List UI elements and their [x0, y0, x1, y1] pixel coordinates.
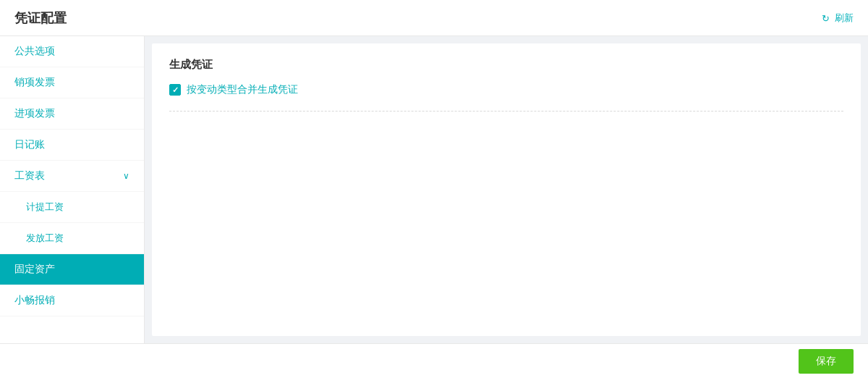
sidebar-item-expense-report[interactable]: 小畅报销 [0, 285, 144, 316]
sidebar-item-payroll[interactable]: 工资表∨ [0, 161, 144, 192]
sidebar-label-calc-payroll: 计提工资 [26, 201, 64, 214]
sidebar-label-purchase-invoice: 进项发票 [14, 107, 55, 120]
chevron-down-icon: ∨ [123, 171, 129, 181]
sidebar-item-calc-payroll[interactable]: 计提工资 [0, 192, 144, 223]
sidebar-item-public-options[interactable]: 公共选项 [0, 36, 144, 67]
merge-by-type-label[interactable]: 按变动类型合并生成凭证 [187, 83, 298, 96]
sidebar-label-payroll: 工资表 [14, 169, 45, 182]
merge-by-type-checkbox[interactable] [169, 84, 181, 96]
refresh-label: 刷新 [835, 12, 854, 25]
sidebar-label-fixed-assets: 固定资产 [14, 263, 55, 276]
checkbox-row: 按变动类型合并生成凭证 [169, 83, 843, 96]
sidebar-label-public-options: 公共选项 [14, 45, 55, 58]
section-title: 生成凭证 [169, 58, 843, 72]
page-title: 凭证配置 [14, 9, 67, 27]
sidebar-label-distribute-payroll: 发放工资 [26, 232, 64, 245]
sidebar-item-journal[interactable]: 日记账 [0, 130, 144, 161]
sidebar-item-sales-invoice[interactable]: 销项发票 [0, 67, 144, 98]
sidebar-label-expense-report: 小畅报销 [14, 294, 55, 307]
sidebar-item-fixed-assets[interactable]: 固定资产 [0, 254, 144, 285]
sidebar-item-purchase-invoice[interactable]: 进项发票 [0, 98, 144, 130]
sidebar-label-sales-invoice: 销项发票 [14, 76, 55, 89]
main-layout: 公共选项销项发票进项发票日记账工资表∨计提工资发放工资固定资产小畅报销 生成凭证… [0, 36, 868, 343]
sidebar: 公共选项销项发票进项发票日记账工资表∨计提工资发放工资固定资产小畅报销 [0, 36, 145, 343]
page-header: 凭证配置 ↻ 刷新 [0, 0, 868, 36]
page-footer: 保存 [0, 343, 868, 378]
sidebar-label-journal: 日记账 [14, 138, 45, 151]
refresh-icon: ↻ [822, 13, 832, 23]
refresh-button[interactable]: ↻ 刷新 [822, 12, 854, 25]
content-area: 生成凭证 按变动类型合并生成凭证 [152, 43, 861, 336]
save-button[interactable]: 保存 [799, 349, 854, 374]
sidebar-item-distribute-payroll[interactable]: 发放工资 [0, 223, 144, 254]
section-divider [169, 111, 843, 112]
